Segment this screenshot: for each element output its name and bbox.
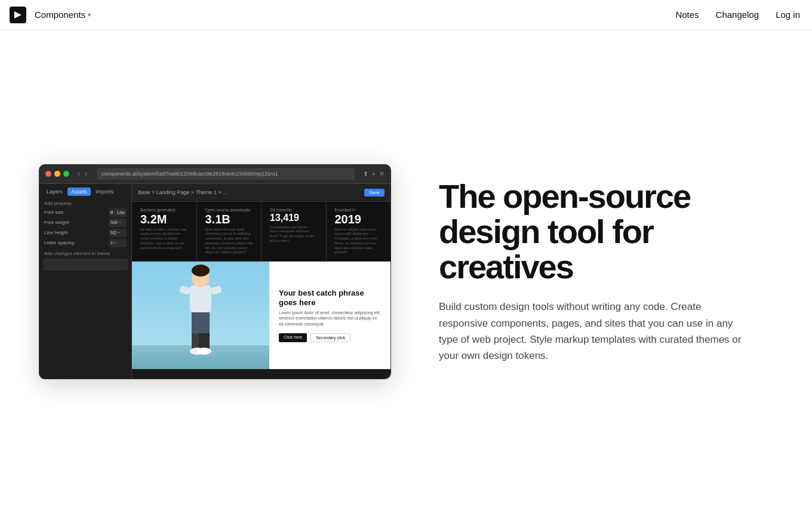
stat-backers-value: 3.2M	[140, 213, 188, 225]
sidebar-line-height-input[interactable]	[109, 229, 127, 237]
hero-buttons: Click here Secondary click	[279, 333, 381, 342]
right-content: The open-source design tool for creative…	[439, 179, 773, 364]
dot-green[interactable]	[63, 171, 69, 177]
hero-content: Your best catch phrase goes here Lorem i…	[269, 262, 390, 369]
sidebar-tab-assets[interactable]: Assets	[67, 188, 91, 196]
components-menu-button[interactable]: Components ▾	[30, 7, 96, 22]
sidebar-add-property-label: Add property	[43, 201, 128, 206]
app-topbar-breadcrumb: Base > Landing Page > Theme 1 > ...	[138, 189, 227, 195]
sidebar-tab-imports[interactable]: Imports	[92, 188, 117, 196]
browser-dots	[45, 171, 69, 177]
logo-icon[interactable]	[10, 7, 26, 23]
browser-back-icon[interactable]: ‹	[76, 170, 81, 178]
login-link[interactable]: Log in	[776, 10, 800, 20]
nav-right: Notes Changelog Log in	[675, 10, 800, 20]
hero-secondary-button[interactable]: Secondary click	[310, 333, 350, 342]
stat-backers-desc: Ut selis ut sdet a senixor, qui nostrum …	[140, 228, 188, 251]
hero-image	[132, 262, 269, 369]
sidebar-line-height-label: Line height	[44, 230, 67, 235]
nav-left: Components ▾	[10, 7, 96, 23]
sidebar-font-size-row: Font size	[43, 208, 128, 217]
stat-downloads-label: Open source downloads	[205, 208, 253, 212]
sidebar-font-weight-input[interactable]	[109, 219, 127, 227]
browser-add-tab-icon[interactable]: +	[372, 170, 376, 178]
sidebar-tab-layers[interactable]: Layers	[43, 188, 66, 196]
stat-commits-value: 13,419	[270, 213, 318, 223]
sidebar-letter-spacing-input[interactable]	[109, 239, 127, 247]
browser-forward-icon[interactable]: ›	[84, 170, 88, 178]
topbar-path: Base > Landing Page > Theme 1 > ...	[138, 189, 227, 195]
svg-point-7	[197, 348, 211, 355]
dot-red[interactable]	[45, 171, 51, 177]
browser-url-bar[interactable]: components.ai/system/5a97ne801209dcacc0e…	[97, 168, 355, 180]
sidebar-font-weight-row: Font weight	[43, 219, 128, 227]
hero-primary-button[interactable]: Click here	[279, 333, 307, 342]
svg-point-12	[192, 265, 210, 277]
sidebar-letter-spacing-label: Letter spacing	[44, 240, 74, 245]
sidebar-constraints-label: Add changes element to theme	[43, 251, 128, 256]
app-content: Layers Assets Imports Add property Font …	[39, 184, 390, 379]
stat-commits-label: Git commits	[270, 208, 318, 212]
navbar: Components ▾ Notes Changelog Log in	[0, 0, 812, 30]
browser-nav-btns: ‹ ›	[76, 170, 88, 178]
stat-cell-founded: Founded in 2019 Quis te velupta utem ess…	[327, 202, 391, 262]
sidebar-line-height-row: Line height	[43, 229, 128, 237]
sidebar-constraints-section: Add changes element to theme	[43, 251, 128, 271]
stat-cell-commits: Git commits 13,419 Consequatur aut harum…	[262, 202, 327, 262]
stat-downloads-desc: Quis autur vel esse quas doloremist qui …	[205, 228, 253, 256]
sidebar-tabs: Layers Assets Imports	[43, 188, 128, 196]
app-sidebar: Layers Assets Imports Add property Font …	[39, 184, 132, 379]
stat-commits-desc: Consequatur aut harum rerum est quam dol…	[270, 225, 318, 244]
app-main: Base > Landing Page > Theme 1 > ... Save…	[132, 184, 390, 379]
hero-catch-phrase: Your best catch phrase goes here	[279, 288, 381, 307]
stat-cell-downloads: Open source downloads 3.1B Quis autur ve…	[197, 202, 262, 262]
hero-lorem: Lorem ipsum dolor sit amet, consectetur …	[279, 310, 381, 327]
notes-link[interactable]: Notes	[675, 10, 699, 20]
stat-downloads-value: 3.1B	[205, 213, 253, 225]
svg-rect-5	[192, 309, 210, 333]
stat-founded-value: 2019	[335, 213, 383, 225]
app-save-button[interactable]: Save	[364, 189, 385, 196]
sidebar-font-size-label: Font size	[44, 210, 63, 215]
stat-founded-desc: Quis te velupta utem esse quam odio dila…	[335, 228, 383, 256]
stat-founded-label: Founded in	[335, 208, 383, 212]
main-heading: The open-source design tool for creative…	[439, 179, 773, 284]
stat-cell-backers: Backers generated 3.2M Ut selis ut sdet …	[132, 202, 197, 262]
dot-yellow[interactable]	[54, 171, 60, 177]
browser-chrome: ‹ › components.ai/system/5a97ne801209dca…	[39, 165, 390, 184]
sidebar-letter-spacing-row: Letter spacing	[43, 239, 128, 247]
main-description: Build custom design tools without writin…	[439, 299, 749, 364]
sidebar-properties-section: Add property Font size Font weight Line …	[43, 201, 128, 247]
stats-row: Backers generated 3.2M Ut selis ut sdet …	[132, 202, 390, 262]
main-content: ‹ › components.ai/system/5a97ne801209dca…	[0, 30, 812, 513]
footer-strip	[132, 369, 390, 379]
sidebar-font-size-input[interactable]	[109, 208, 127, 217]
sidebar-font-weight-label: Font weight	[44, 220, 69, 225]
components-label: Components	[35, 10, 85, 20]
browser-share-icon[interactable]: ⬆	[363, 170, 368, 178]
app-canvas: Backers generated 3.2M Ut selis ut sdet …	[132, 202, 390, 379]
changelog-link[interactable]: Changelog	[716, 10, 759, 20]
browser-mockup: ‹ › components.ai/system/5a97ne801209dca…	[39, 164, 391, 379]
app-topbar: Base > Landing Page > Theme 1 > ... Save	[132, 184, 390, 202]
svg-rect-8	[190, 285, 211, 312]
svg-marker-0	[14, 11, 21, 19]
hero-section: Your best catch phrase goes here Lorem i…	[132, 262, 390, 369]
chevron-down-icon: ▾	[88, 11, 91, 18]
browser-actions: ⬆ + ✕	[363, 170, 385, 178]
browser-close-icon[interactable]: ✕	[379, 170, 385, 178]
stat-backers-label: Backers generated	[140, 208, 188, 212]
